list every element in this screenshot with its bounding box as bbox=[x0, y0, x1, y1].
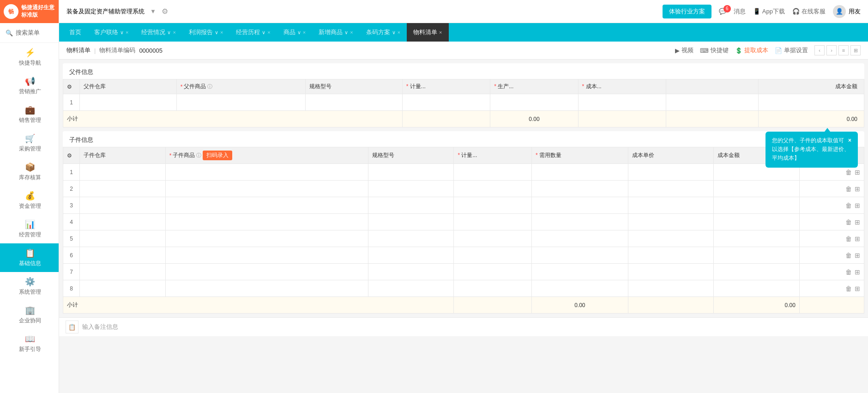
tab-profit[interactable]: 利润报告 ∨ × bbox=[182, 23, 229, 42]
message-label[interactable]: 消息 bbox=[734, 7, 746, 16]
tab-goods-close[interactable]: × bbox=[303, 30, 306, 35]
search-menu-button[interactable]: 🔍 搜索菜单 bbox=[4, 27, 55, 39]
child-row-4-goods[interactable] bbox=[165, 214, 368, 230]
delete-icon[interactable]: 🗑 bbox=[845, 285, 852, 292]
child-row-3-goods[interactable] bbox=[165, 197, 368, 214]
copy-icon[interactable]: ⊞ bbox=[855, 268, 860, 276]
copy-icon[interactable]: ⊞ bbox=[855, 235, 860, 242]
single-settings-button[interactable]: 📄 单据设置 bbox=[775, 46, 808, 54]
parent-row-1-warehouse[interactable] bbox=[80, 94, 177, 111]
child-row-2-cost-unit[interactable] bbox=[628, 181, 714, 197]
sidebar-item-marketing[interactable]: 📢 营销推广 bbox=[0, 72, 59, 100]
tab-new-goods-close[interactable]: × bbox=[350, 30, 353, 35]
child-row-4-cost-unit[interactable] bbox=[628, 214, 714, 230]
copy-icon[interactable]: ⊞ bbox=[855, 202, 860, 209]
online-service-button[interactable]: 🎧 在线客服 bbox=[792, 7, 826, 16]
child-row-1-cost-unit[interactable] bbox=[628, 164, 714, 181]
tab-home[interactable]: 首页 bbox=[63, 23, 88, 42]
sidebar-item-finance[interactable]: 💰 资金管理 bbox=[0, 186, 59, 215]
child-row-8-warehouse[interactable] bbox=[80, 280, 166, 297]
child-row-1-goods[interactable] bbox=[165, 164, 368, 181]
tab-history-close[interactable]: × bbox=[267, 30, 270, 35]
settings-icon[interactable]: ⚙ bbox=[162, 7, 168, 16]
sidebar-item-purchase[interactable]: 🛒 采购管理 bbox=[0, 129, 59, 157]
delete-icon[interactable]: 🗑 bbox=[845, 185, 852, 193]
child-row-6-spec[interactable] bbox=[368, 247, 454, 264]
view-button[interactable]: ▶ 视频 bbox=[675, 46, 693, 54]
prev-arrow[interactable]: ‹ bbox=[814, 45, 825, 55]
child-row-4-warehouse[interactable] bbox=[80, 214, 166, 230]
app-download-button[interactable]: 📱 App下载 bbox=[753, 7, 785, 16]
next-arrow[interactable]: › bbox=[826, 45, 837, 55]
tab-bom-close[interactable]: × bbox=[439, 30, 442, 35]
parent-row-1-goods[interactable] bbox=[176, 94, 306, 111]
child-goods-info-icon[interactable]: ⓘ bbox=[196, 152, 201, 159]
tab-operations-close[interactable]: × bbox=[173, 30, 175, 35]
delete-icon[interactable]: 🗑 bbox=[845, 202, 852, 209]
copy-icon[interactable]: ⊞ bbox=[855, 185, 860, 193]
list-view-arrow[interactable]: ≡ bbox=[838, 45, 849, 55]
child-row-4-needed-qty[interactable] bbox=[532, 214, 628, 230]
tab-barcode-close[interactable]: × bbox=[398, 30, 400, 35]
child-row-7-needed-qty[interactable] bbox=[532, 264, 628, 280]
delete-icon[interactable]: 🗑 bbox=[845, 252, 852, 259]
child-row-2-warehouse[interactable] bbox=[80, 181, 166, 197]
parent-col-settings[interactable]: ⚙ bbox=[63, 79, 80, 94]
child-row-3-needed-qty[interactable] bbox=[532, 197, 628, 214]
sidebar-item-operations[interactable]: 📊 经营管理 bbox=[0, 215, 59, 243]
child-row-2-spec[interactable] bbox=[368, 181, 454, 197]
dropdown-icon[interactable]: ▼ bbox=[150, 8, 156, 15]
child-row-5-cost-unit[interactable] bbox=[628, 230, 714, 247]
parent-row-1-spec[interactable] bbox=[306, 94, 403, 111]
sidebar-item-sales[interactable]: 💼 销售管理 bbox=[0, 100, 59, 129]
child-row-6-cost-unit[interactable] bbox=[628, 247, 714, 264]
child-row-5-unit[interactable] bbox=[454, 230, 532, 247]
child-row-7-warehouse[interactable] bbox=[80, 264, 166, 280]
child-row-6-goods[interactable] bbox=[165, 247, 368, 264]
parent-row-1-unit[interactable] bbox=[402, 94, 490, 111]
child-row-1-spec[interactable] bbox=[368, 164, 454, 181]
child-row-5-needed-qty[interactable] bbox=[532, 230, 628, 247]
notes-label[interactable]: 输入备注信息 bbox=[82, 323, 118, 331]
parent-goods-info-icon[interactable]: ⓘ bbox=[207, 83, 212, 90]
sidebar-item-inventory[interactable]: 📦 库存核算 bbox=[0, 157, 59, 186]
tab-history[interactable]: 经营历程 ∨ × bbox=[229, 23, 277, 42]
child-row-6-needed-qty[interactable] bbox=[532, 247, 628, 264]
child-row-3-spec[interactable] bbox=[368, 197, 454, 214]
shortcut-button[interactable]: ⌨ 快捷键 bbox=[700, 46, 729, 54]
delete-icon[interactable]: 🗑 bbox=[845, 235, 852, 242]
sidebar-item-basic-info[interactable]: 📋 基础信息 bbox=[0, 243, 59, 272]
child-row-8-cost-unit[interactable] bbox=[628, 280, 714, 297]
tab-bom[interactable]: 物料清单 × bbox=[407, 23, 448, 42]
parent-row-1-production[interactable] bbox=[490, 94, 578, 111]
delete-icon[interactable]: 🗑 bbox=[845, 218, 852, 226]
child-row-8-unit[interactable] bbox=[454, 280, 532, 297]
child-row-1-warehouse[interactable] bbox=[80, 164, 166, 181]
child-row-5-warehouse[interactable] bbox=[80, 230, 166, 247]
extract-cost-button[interactable]: 💲 提取成本 bbox=[735, 46, 768, 54]
child-row-7-unit[interactable] bbox=[454, 264, 532, 280]
sidebar-item-quick-nav[interactable]: ⚡ 快捷导航 bbox=[0, 43, 59, 72]
copy-icon[interactable]: ⊞ bbox=[855, 285, 860, 292]
trial-button[interactable]: 体验行业方案 bbox=[663, 5, 711, 18]
expand-arrow[interactable]: ⊞ bbox=[850, 45, 861, 55]
child-row-7-spec[interactable] bbox=[368, 264, 454, 280]
delete-icon[interactable]: 🗑 bbox=[845, 169, 852, 176]
delete-icon[interactable]: 🗑 bbox=[845, 268, 852, 276]
child-row-1-needed-qty[interactable] bbox=[532, 164, 628, 181]
child-row-7-cost-unit[interactable] bbox=[628, 264, 714, 280]
sidebar-item-guide[interactable]: 📖 新手引导 bbox=[0, 329, 59, 358]
child-row-6-unit[interactable] bbox=[454, 247, 532, 264]
child-row-3-cost-unit[interactable] bbox=[628, 197, 714, 214]
child-row-2-goods[interactable] bbox=[165, 181, 368, 197]
child-row-7-goods[interactable] bbox=[165, 264, 368, 280]
child-row-4-spec[interactable] bbox=[368, 214, 454, 230]
child-row-8-goods[interactable] bbox=[165, 280, 368, 297]
notes-icon[interactable]: 📋 bbox=[66, 320, 78, 333]
child-row-8-spec[interactable] bbox=[368, 280, 454, 297]
child-row-5-spec[interactable] bbox=[368, 230, 454, 247]
tab-profit-close[interactable]: × bbox=[220, 30, 223, 35]
copy-icon[interactable]: ⊞ bbox=[855, 218, 860, 226]
sidebar-item-system[interactable]: ⚙️ 系统管理 bbox=[0, 272, 59, 301]
child-row-2-needed-qty[interactable] bbox=[532, 181, 628, 197]
